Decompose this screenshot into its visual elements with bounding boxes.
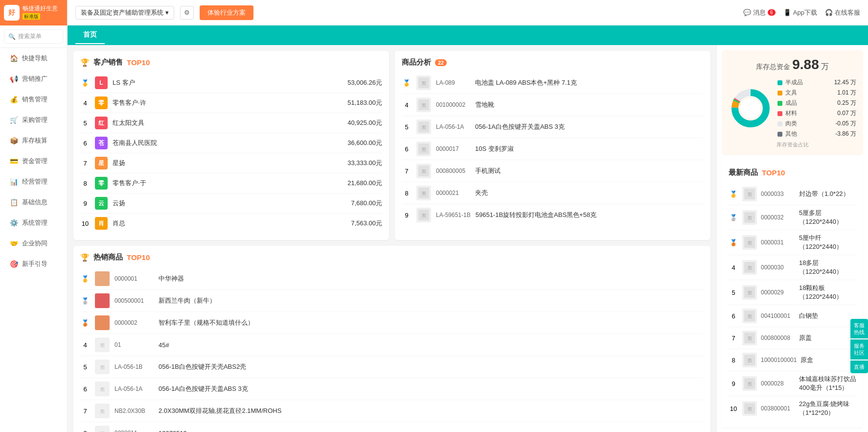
- product-thumbnail: 图: [742, 285, 757, 300]
- hot-product-item[interactable]: 6 图 LA-056-1A 056-1A白色按键开关盖ABS 3克: [80, 378, 704, 400]
- tab-home[interactable]: 首页: [75, 26, 105, 44]
- latest-product-item[interactable]: 9 图 0000028 体城嘉枝味苏打饮品400毫升（1*15）: [729, 371, 856, 396]
- legend-value: 12.45 万: [834, 78, 856, 87]
- rank-icon: 4: [729, 264, 738, 271]
- svg-text:图: 图: [748, 382, 752, 386]
- product-thumbnail: [95, 293, 110, 308]
- top-product-right-item[interactable]: 6 图 0000017 10S 变刹罗淑: [402, 138, 704, 160]
- svg-point-31: [741, 98, 760, 118]
- latest-product-item[interactable]: 🥈 图 0000032 5厘多层（1220*2440）: [729, 205, 856, 230]
- customer-list-item[interactable]: 4 零 零售客户·许 51,183.00元: [80, 93, 382, 113]
- hot-product-item[interactable]: 🥈 000500001 新西兰牛肉（新牛）: [80, 290, 704, 312]
- stock-chart-label: 库存资金占比: [729, 141, 856, 148]
- logo-icon: 好: [4, 5, 20, 21]
- customer-list-item[interactable]: 8 零 零售客户·于 21,680.00元: [80, 173, 382, 193]
- hot-product-item[interactable]: 8 图 0000011 12070519-xs: [80, 422, 704, 432]
- sidebar-item-finance[interactable]: 💳 资金管理: [0, 151, 67, 171]
- hot-product-item[interactable]: 7 图 NB2.0X30B 2.0X30MM双排花轴,搓花直径2.1MM/ROH…: [80, 400, 704, 422]
- latest-product-item[interactable]: 4 图 0000030 18多层（1220*2440）: [729, 255, 856, 280]
- headset-icon: 🎧: [825, 9, 833, 16]
- message-button[interactable]: 💬 消息 6: [743, 8, 776, 17]
- latest-product-item[interactable]: 7 图 000800008 原盖: [729, 327, 856, 349]
- svg-text:图: 图: [100, 387, 105, 392]
- float-service-btn-1[interactable]: 服务社区: [850, 339, 868, 360]
- top-product-right-item[interactable]: 🥇 图 LA-089 电池盖 LA-089 ABS本色+黑种 7.1克: [402, 72, 704, 94]
- customer-list-item[interactable]: 9 云 云扬 7,680.00元: [80, 193, 382, 214]
- product-thumbnail: 图: [416, 142, 431, 156]
- customer-list-item[interactable]: 7 星 星扬 33,333.00元: [80, 153, 382, 173]
- latest-product-item[interactable]: 6 图 004100001 白钢垫: [729, 305, 856, 327]
- hot-products-card: 🏆 热销商品 TOP10 🥇 0000001 中华神器 🥈 000500001 …: [73, 246, 710, 432]
- float-service-btn-0[interactable]: 客服热线: [850, 319, 868, 339]
- search-icon: 🔍: [8, 33, 16, 40]
- legend-label: 文具: [785, 89, 834, 97]
- top-section: 🏆 客户销售 TOP10 🥇 L LS 客户 53,006.26元 4 零 零售…: [73, 51, 710, 240]
- stock-legend-item: 半成品 12.45 万: [777, 77, 856, 88]
- hot-product-item[interactable]: 4 图 01 45#: [80, 334, 704, 356]
- legend-color-dot: [777, 132, 782, 137]
- product-thumbnail: 图: [416, 164, 431, 178]
- legend-label: 成品: [785, 99, 834, 107]
- top-products-right-list: 🥇 图 LA-089 电池盖 LA-089 ABS本色+黑种 7.1克 4 图 …: [402, 72, 704, 226]
- product-code: 0000032: [761, 214, 795, 221]
- logo-text: 畅捷通好生意 标准版: [23, 5, 58, 20]
- stock-legend-item: 肉类 -0.05 万: [777, 119, 856, 129]
- top-product-right-item[interactable]: 8 图 0000021 夹壳: [402, 182, 704, 204]
- customer-amount: 40,925.00元: [347, 119, 382, 127]
- sidebar-item-system[interactable]: ⚙️ 系统管理: [0, 213, 67, 233]
- customer-name: 零售客户·于: [113, 179, 343, 188]
- hot-product-item[interactable]: 🥉 0000002 智利车子里（规格不知道填什么）: [80, 312, 704, 334]
- latest-product-item[interactable]: 8 图 10000100001 原盒: [729, 349, 856, 371]
- customer-amount: 33,333.00元: [347, 159, 382, 168]
- latest-product-item[interactable]: 🥉 图 0000031 5厘中纤（1220*2440）: [729, 230, 856, 255]
- sidebar-item-inventory[interactable]: 📦 库存核算: [0, 130, 67, 151]
- trial-button[interactable]: 体验行业方案: [200, 5, 253, 20]
- latest-product-item[interactable]: 5 图 0000029 18颗粒板（1220*2440）: [729, 280, 856, 305]
- online-service-button[interactable]: 🎧 在线客服: [825, 8, 860, 17]
- product-name: 22g鱼豆腐·烧烤味（1*12*20）: [799, 400, 856, 417]
- product-thumbnail: 图: [742, 210, 757, 225]
- top-product-right-item[interactable]: 5 图 LA-056-1A 056-1A白色按键开关盖ABS 3克: [402, 116, 704, 138]
- top-product-right-item[interactable]: 7 图 000800005 手机测试: [402, 160, 704, 182]
- customer-list-item[interactable]: 10 肖 肖总 7,563.00元: [80, 214, 382, 233]
- float-service-btn-2[interactable]: 直播: [850, 360, 868, 373]
- sidebar-item-operations[interactable]: 📊 经营管理: [0, 171, 67, 192]
- sidebar-item-sales[interactable]: 💰 销售管理: [0, 89, 67, 110]
- sidebar-item-purchase[interactable]: 🛒 采购管理: [0, 110, 67, 130]
- settings-button[interactable]: ⚙: [180, 6, 194, 20]
- system-select-dropdown[interactable]: 装备及固定资产辅助管理系统 ▾: [75, 6, 174, 20]
- rank-icon: 4: [402, 101, 411, 109]
- legend-label: 肉类: [785, 120, 832, 128]
- customer-list-item[interactable]: 5 红 红太阳文具 40,925.00元: [80, 113, 382, 133]
- search-menu-button[interactable]: 🔍 搜索菜单: [4, 29, 63, 44]
- customer-avatar: 红: [95, 117, 108, 129]
- hot-product-item[interactable]: 🥇 0000001 中华神器: [80, 268, 704, 290]
- rank-medal: 6: [80, 140, 90, 147]
- top-product-right-item[interactable]: 9 图 LA-59651-1B 59651-1B旋转投影灯电池盒ABS黑色+58…: [402, 204, 704, 226]
- product-code: 0000031: [761, 239, 795, 246]
- product-thumbnail: 图: [416, 208, 431, 222]
- sidebar-item-marketing[interactable]: 📢 营销推广: [0, 69, 67, 89]
- legend-color-dot: [777, 111, 782, 116]
- product-name: 夹壳: [475, 189, 704, 197]
- customer-list-item[interactable]: 🥇 L LS 客户 53,006.26元: [80, 73, 382, 93]
- rank-icon: 🥉: [729, 239, 738, 246]
- product-thumbnail: 图: [742, 260, 757, 275]
- home-icon: 🏠: [9, 54, 18, 63]
- product-code: 003800001: [761, 405, 795, 412]
- latest-product-item[interactable]: 🥇 图 0000033 封边带（1.0*22）: [729, 183, 856, 205]
- sidebar-item-quick-nav[interactable]: 🏠 快捷导航: [0, 48, 67, 69]
- hot-product-item[interactable]: 5 图 LA-056-1B 056-1B白色按键开关壳ABS2壳: [80, 356, 704, 378]
- customer-list-item[interactable]: 6 苍 苍南县人民医院 36,600.00元: [80, 133, 382, 153]
- sidebar-item-enterprise[interactable]: 🤝 企业协同: [0, 233, 67, 254]
- product-name: 10S 变刹罗淑: [475, 144, 704, 153]
- app-download-button[interactable]: 📱 App下载: [783, 8, 817, 17]
- product-thumbnail: 图: [95, 404, 110, 418]
- sidebar-item-newbie[interactable]: 🎯 新手引导: [0, 254, 67, 274]
- top-product-right-item[interactable]: 4 图 001000002 雪地靴: [402, 94, 704, 116]
- customer-amount: 7,563.00元: [351, 219, 382, 228]
- customer-name: 星扬: [113, 159, 343, 168]
- product-name: 5厘中纤（1220*2440）: [799, 234, 856, 251]
- latest-product-item[interactable]: 10 图 003800001 22g鱼豆腐·烧烤味（1*12*20）: [729, 396, 856, 421]
- sidebar-item-basic-info[interactable]: 📋 基础信息: [0, 192, 67, 213]
